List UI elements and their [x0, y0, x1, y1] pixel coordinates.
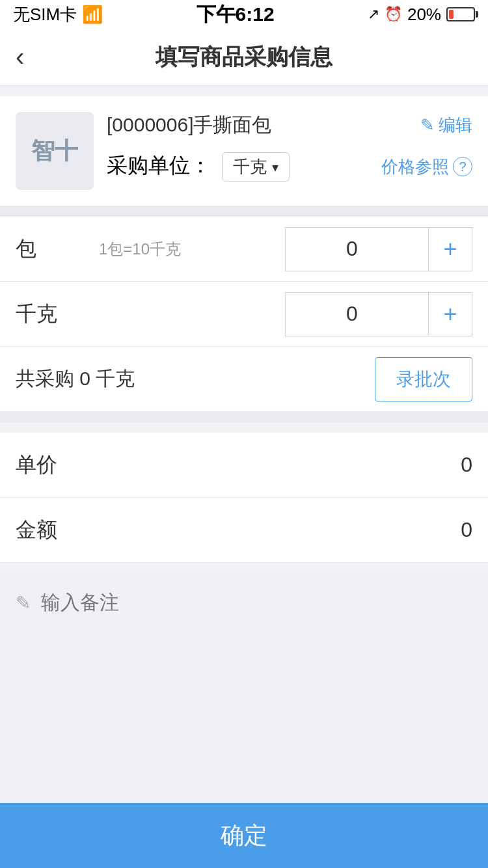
confirm-button[interactable]: 确定: [0, 803, 488, 868]
chevron-down-icon: ▾: [272, 159, 278, 175]
battery-label: 20%: [407, 5, 441, 25]
pencil-icon: ✎: [16, 592, 31, 614]
section-divider-2: [0, 412, 488, 422]
product-card: 智十 [0000006]手撕面包 ✎ 编辑 采购单位： 千克 ▾: [0, 96, 488, 206]
status-left: 无SIM卡 📶: [13, 3, 103, 26]
unit-value: 千克: [233, 156, 267, 178]
pack-label: 包: [16, 235, 94, 264]
amount-label: 金额: [16, 516, 57, 545]
carrier-label: 无SIM卡: [13, 3, 77, 26]
pack-input-group: +: [285, 227, 472, 271]
product-image: 智十: [16, 112, 94, 190]
edit-label: 编辑: [439, 114, 472, 137]
product-logo: 智十: [31, 135, 78, 167]
price-ref-button[interactable]: 价格参照 ?: [381, 156, 472, 178]
edit-icon: ✎: [420, 115, 435, 135]
time-label: 下午6:12: [197, 1, 275, 28]
section-divider-1: [0, 206, 488, 217]
kg-label: 千克: [16, 300, 94, 329]
product-name: [0000006]手撕面包: [107, 112, 271, 139]
kg-input-group: +: [285, 292, 472, 336]
amount-row: 金额 0: [0, 498, 488, 563]
wifi-icon: 📶: [82, 5, 103, 25]
status-bar: 无SIM卡 📶 下午6:12 ↗ ⏰ 20%: [0, 0, 488, 29]
unit-price-value: 0: [461, 453, 472, 477]
alarm-icon: ⏰: [385, 6, 402, 23]
product-name-row: [0000006]手撕面包 ✎ 编辑: [107, 112, 472, 139]
kg-plus-button[interactable]: +: [428, 292, 472, 336]
kg-row: 千克 +: [0, 282, 488, 347]
page-title: 填写商品采购信息: [156, 42, 332, 72]
record-batch-button[interactable]: 录批次: [375, 357, 472, 401]
back-button[interactable]: ‹: [16, 42, 24, 72]
amount-value: 0: [461, 518, 472, 542]
kg-input[interactable]: [285, 292, 428, 336]
pack-row: 包 1包=10千克 +: [0, 217, 488, 282]
help-icon: ?: [453, 157, 472, 176]
battery-icon: [446, 7, 475, 21]
location-icon: ↗: [368, 6, 379, 23]
input-section: 包 1包=10千克 + 千克 + 共采购 0 千克 录批次: [0, 217, 488, 412]
bottom-space: [0, 632, 488, 827]
pack-input[interactable]: [285, 227, 428, 271]
unit-label: 采购单位： 千克 ▾: [107, 152, 290, 182]
price-section: 单价 0 金额 0: [0, 433, 488, 563]
notes-section: ✎: [0, 573, 488, 632]
status-right: ↗ ⏰ 20%: [368, 5, 475, 25]
total-row: 共采购 0 千克 录批次: [0, 347, 488, 412]
unit-row: 采购单位： 千克 ▾ 价格参照 ?: [107, 152, 472, 182]
pack-sublabel: 1包=10千克: [99, 239, 181, 260]
unit-price-label: 单价: [16, 451, 57, 480]
product-info: [0000006]手撕面包 ✎ 编辑 采购单位： 千克 ▾ 价格参照 ?: [107, 112, 472, 182]
pack-plus-button[interactable]: +: [428, 227, 472, 271]
price-ref-label: 价格参照: [381, 156, 449, 178]
total-label: 共采购 0 千克: [16, 366, 135, 392]
notes-input[interactable]: [41, 591, 472, 614]
nav-bar: ‹ 填写商品采购信息: [0, 29, 488, 86]
edit-button[interactable]: ✎ 编辑: [420, 114, 472, 137]
unit-price-row: 单价 0: [0, 433, 488, 498]
unit-select[interactable]: 千克 ▾: [222, 152, 290, 182]
